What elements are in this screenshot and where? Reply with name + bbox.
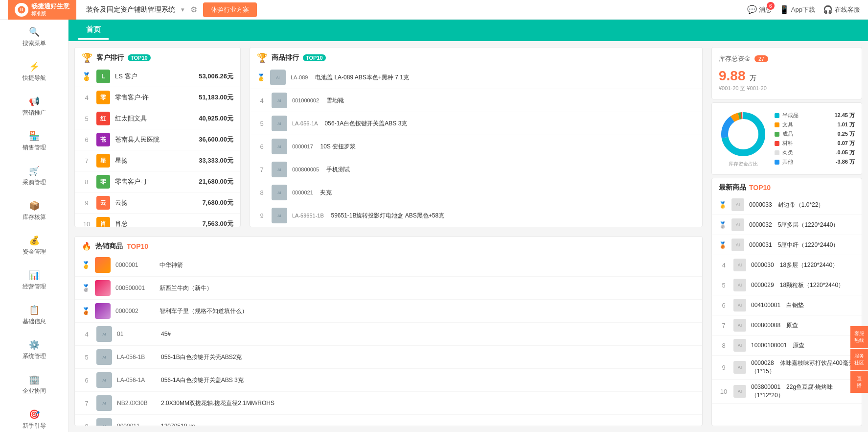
customer-row-4: 6 苍 苍南县人民医院 36,600.00元 [75,129,240,150]
newest-info-1: 0000033 封边带（1.0*22） [749,201,855,209]
live-btn[interactable]: 直播 [850,371,868,393]
stock-header: 库存总资金 27 [719,54,855,63]
hot-medal-1: 🥇 [82,261,90,269]
product-row-4: 6 AI 0000017 10S 变扭罗浆 [250,135,702,158]
sidebar-item-marketing[interactable]: 📢 营销推广 [0,89,68,124]
hot-medal-2: 🥈 [82,284,90,292]
hot-name-8: 12070519-xs [161,423,195,426]
message-btn[interactable]: 💬 消息 6 [747,5,772,14]
hot-img-2 [95,280,111,296]
service-community-btn[interactable]: 服务社区 [850,349,868,370]
hot-row-8: 8 AI 0000011 12070519-xs [75,415,702,426]
hot-code-8: 0000011 [117,423,156,426]
newest-row-9: 9 AI 0000028 体味嘉枝味苏打饮品400毫升（1*15） [712,356,862,380]
legend-name-meat: 肉类 [782,149,833,156]
rank-7: 9 [82,199,91,207]
system-icon: ⚙️ [29,339,40,350]
legend-name-finished: 成品 [782,130,835,138]
newest-list: 🥇 AI 0000033 封边带（1.0*22） 🥈 AI 0000032 5厘… [712,195,862,426]
page-header: 首页 [69,20,868,41]
customer-row-2: 4 零 零售客户-许 51,183.00元 [75,87,240,108]
rank-6: 8 [82,178,91,186]
topbar-center: 装备及固定资产辅助管理系统 ▾ ⚙ 体验行业方案 [76,2,747,17]
legend-meat: 肉类 -0.05 万 [775,149,855,156]
newest-rank-8: 8 [719,342,729,349]
customer-name-8: 肖总 [115,219,197,227]
sidebar-item-operations[interactable]: 📊 经营管理 [0,263,68,298]
newest-row-3: 🥉 AI 0000031 5厘中纤（1220*2440） [712,235,862,255]
newest-rank-7: 7 [719,322,729,329]
newest-info-10: 003800001 22g鱼豆腐·烧烤味（1*12*20） [751,383,855,400]
topbar: 畅捷通好生意 标准版 装备及固定资产辅助管理系统 ▾ ⚙ 体验行业方案 💬 消息… [0,0,868,20]
dropdown-arrow[interactable]: ▾ [181,6,184,13]
newest-row-4: 4 AI 0000030 18多层（1220*2440） [712,255,862,275]
app-download-btn[interactable]: 📱 App下载 [779,5,815,14]
logo-icon [15,3,28,17]
newest-info-5: 0000029 18颗粒板（1220*2440） [751,281,855,289]
newest-row-5: 5 AI 0000029 18颗粒板（1220*2440） [712,275,862,295]
product-trophy-icon: 🏆 [257,52,268,63]
message-badge: 6 [767,2,775,10]
rank-2: 4 [82,94,91,101]
app-download-label: App下载 [791,5,815,14]
sidebar-item-search[interactable]: 🔍 搜索菜单 [0,20,68,54]
sidebar-item-inventory[interactable]: 📦 库存核算 [0,193,68,228]
hot-rank-4: 4 [82,331,91,338]
customer-amount-3: 40,925.00元 [199,114,233,123]
service-hotline-btn[interactable]: 客服热线 [850,326,868,348]
sidebar-item-base[interactable]: 📋 基础信息 [0,298,68,333]
newest-rank-5: 5 [719,282,729,289]
sidebar-item-quicknav[interactable]: ⚡ 快捷导航 [0,54,68,89]
p-code-7: LA-59651-1B [292,213,329,218]
app-name: 畅捷通好生意 [31,2,69,11]
p-name-5: 手机测试 [326,166,350,173]
newest-img-9: AI [733,361,746,374]
trial-button[interactable]: 体验行业方案 [203,2,257,17]
gear-icon[interactable]: ⚙ [190,5,197,14]
sidebar-item-finance[interactable]: 💰 资金管理 [0,228,68,263]
stock-badge: 27 [754,55,768,62]
customer-name-6: 零售客户-于 [115,177,194,186]
newest-info-6: 004100001 白钢垫 [751,301,855,310]
customer-badge: TOP10 [128,54,151,61]
main-layout: 🔍 搜索菜单 ⚡ 快捷导航 📢 营销推广 🏪 销售管理 🛒 采购管理 📦 库存核… [0,20,868,432]
hot-row-5: 5 AI LA-056-1B 056-1B白色按键开关壳ABS2克 [75,346,702,369]
legend-value-meat: -0.05 万 [836,149,855,156]
sidebar-item-purchase[interactable]: 🛒 采购管理 [0,159,68,193]
product-badge: TOP10 [303,54,326,61]
hot-row-4: 4 AI 01 45# [75,323,702,346]
sidebar-item-newbie[interactable]: 🎯 新手引导 [0,402,68,432]
sidebar-item-sales[interactable]: 🏪 销售管理 [0,124,68,159]
inventory-icon: 📦 [29,200,40,211]
hot-medal-3: 🥉 [82,307,90,315]
sidebar-item-corp[interactable]: 🏢 企业协同 [0,367,68,402]
sidebar-label-inventory: 库存核算 [23,213,46,221]
p-rank-7: 9 [257,212,267,219]
home-tab[interactable]: 首页 [78,21,109,40]
product-img-4: AI [272,139,287,154]
hot-rank-5: 5 [82,354,91,361]
product-info-1: LA-089 电池盖 LA-089 ABS本色+黑种 7.1克 [291,73,695,82]
p-rank-3: 5 [257,120,267,127]
customer-row-3: 5 红 红太阳文具 40,925.00元 [75,108,240,129]
hot-rank-8: 8 [82,423,91,426]
hot-title: 🔥 热销商品 TOP10 [75,237,702,254]
stock-panel: 库存总资金 27 9.88 万 ¥001-20 至 ¥001-20 [711,47,862,99]
hot-code-4: 01 [117,331,156,337]
sidebar-item-system[interactable]: ⚙️ 系统管理 [0,333,68,367]
finance-icon: 💰 [29,235,40,246]
newest-img-8: AI [733,339,746,352]
product-info-2: 001000002 雪地靴 [292,96,695,105]
chart-area: 库存资金占比 半成品 12.45 万 文具 1.01 万 [711,102,862,175]
p-rank-2: 4 [257,97,267,104]
p-code-2: 001000002 [292,97,324,103]
customer-amount-4: 36,600.00元 [199,135,233,144]
hot-code-2: 000500001 [115,285,155,291]
right-panel: 库存总资金 27 9.88 万 ¥001-20 至 ¥001-20 [708,44,865,429]
online-service-btn[interactable]: 🎧 在线客服 [823,5,860,14]
product-ranking-table: 🥇 AI LA-089 电池盖 LA-089 ABS本色+黑种 7.1克 4 A… [250,66,702,227]
product-img-7: AI [272,208,287,223]
newest-img-5: AI [733,279,746,291]
hot-img-7: AI [96,395,112,411]
product-img-1: AI [270,70,286,85]
